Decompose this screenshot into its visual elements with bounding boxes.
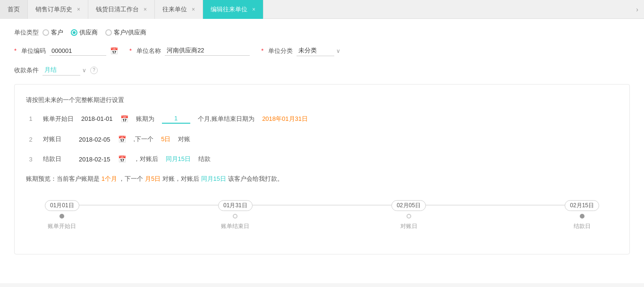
timeline-badge-4: 02月15日 [565,200,599,211]
preview-highlight2: 月5日 [145,175,161,182]
radio-label-supplier: 供应商 [79,28,98,37]
timeline-label-3: 对账日 [400,222,417,230]
timeline-point-1: 01月01日 账单开始日 [45,200,79,230]
unit-category-label: 单位分类 [268,47,293,55]
radio-both[interactable]: 客户/供应商 [105,28,146,37]
timeline-badge-2: 01月31日 [218,200,253,211]
radio-group-unit-type: 客户 供应商 客户/供应商 [42,28,146,37]
period-desc-2b: 对账 [178,135,190,144]
period-label-2: 对账日 [43,135,71,144]
period-row-2: 2 对账日 2018-02-05 📅 ,下一个 5日 对账 [26,135,618,144]
timeline-point-3: 02月05日 对账日 [391,200,426,230]
period-desc-1a: 账期为 [136,115,154,123]
period-label-1: 账单开始日 [43,115,74,123]
preview-mid2: 对账，对账后 [162,175,199,182]
period-num-3: 3 [26,156,35,163]
period-date-1: 2018-01-01 [81,115,113,122]
period-label-3: 结款日 [43,155,71,163]
calendar-icon-2[interactable]: 📅 [118,135,126,143]
timeline-label-4: 结款日 [574,222,591,230]
period-row-3: 3 结款日 2018-02-15 📅 ，对账后 同月15日 结款 [26,155,618,163]
period-highlight-2: 5日 [161,135,170,144]
unit-name-input[interactable] [165,46,250,56]
period-card: 请按照未来的一个完整帐期进行设置 1 账单开始日 2018-01-01 📅 账期… [14,84,630,254]
close-tab-sales-history[interactable]: × [77,6,80,13]
radio-customer[interactable]: 客户 [42,28,63,37]
payment-terms-label: 收款条件 [14,66,39,75]
calendar-icon-3[interactable]: 📅 [118,155,126,163]
period-desc-2a: ,下一个 [134,135,154,144]
card-instruction: 请按照未来的一个完整帐期进行设置 [26,96,618,104]
period-date-2: 2018-02-05 [79,136,110,143]
radio-circle-customer [42,29,49,36]
payment-terms-select[interactable]: 月结 ∨ [42,65,86,76]
chevron-down-icon-payment: ∨ [82,67,86,74]
copy-icon[interactable]: 📅 [110,47,118,55]
help-icon[interactable]: ? [90,67,98,74]
preview-mid1: ，下一个 [119,175,143,182]
calendar-icon-1[interactable]: 📅 [120,115,128,123]
tab-sales-history[interactable]: 销售订单历史 × [28,0,88,19]
radio-circle-supplier [71,29,77,36]
close-tab-cash-work[interactable]: × [144,6,147,13]
unit-code-input[interactable] [50,46,106,56]
period-row-1: 1 账单开始日 2018-01-01 📅 账期为 个月,账单结束日期为 2018… [26,114,618,124]
unit-code-group: * 单位编码 📅 [14,46,118,56]
unit-info-row: * 单位编码 📅 * 单位名称 * 单位分类 未分类 ∨ [14,45,630,56]
close-tab-edit-partner[interactable]: × [252,6,255,13]
timeline-dot-1 [59,214,64,219]
month-input[interactable] [162,114,190,124]
preview-prefix: 账期预览：当前客户账期是 [26,175,100,182]
tab-home[interactable]: 首页 [0,0,28,19]
radio-label-customer: 客户 [51,28,63,37]
period-num-1: 1 [26,115,35,122]
main-content: 单位类型 客户 供应商 客户/供应商 * 单位编码 [0,19,644,283]
timeline-label-2: 账单结束日 [221,222,249,230]
unit-name-label: 单位名称 [136,47,161,55]
timeline-point-4: 02月15日 结款日 [565,200,599,230]
timeline-point-2: 01月31日 账单结束日 [218,200,253,230]
period-end-date: 2018年01月31日 [262,115,308,123]
chevron-down-icon: ∨ [336,48,340,54]
timeline-dot-3 [407,214,411,219]
preview-section: 账期预览：当前客户账期是 1个月 ，下一个 月5日 对账，对账后 同月15日 该… [26,175,618,183]
unit-type-row: 单位类型 客户 供应商 客户/供应商 [14,28,630,37]
required-star-code: * [14,47,17,54]
unit-category-select[interactable]: 未分类 ∨ [297,45,340,56]
timeline-badge-1: 01月01日 [45,200,79,211]
close-tab-partners[interactable]: × [192,6,195,13]
timeline-label-1: 账单开始日 [48,222,76,230]
unit-name-group: * 单位名称 [129,46,250,56]
tab-edit-partner[interactable]: 编辑往来单位 × [203,0,263,19]
preview-highlight3: 同月15日 [201,175,226,182]
payment-terms-group: 收款条件 月结 ∨ ? [14,65,98,76]
tab-partners[interactable]: 往来单位 × [155,0,203,19]
radio-label-both: 客户/供应商 [114,28,146,37]
required-star-name: * [129,47,132,54]
timeline-points: 01月01日 账单开始日 01月31日 账单结束日 02月05日 对账日 02月… [45,200,599,230]
unit-code-label: 单位编码 [21,47,46,55]
radio-circle-both [105,29,112,36]
payment-terms-value: 月结 [42,65,80,76]
unit-category-value: 未分类 [297,45,334,56]
tab-cash-work[interactable]: 钱货日清工作台 × [88,0,155,19]
timeline-dot-2 [233,214,237,219]
period-desc-3a: ，对账后 [134,155,158,163]
period-highlight-3: 同月15日 [166,155,191,163]
timeline-dot-4 [580,214,585,219]
tab-bar: 首页 销售订单历史 × 钱货日清工作台 × 往来单位 × 编辑往来单位 × › [0,0,644,19]
unit-type-label: 单位类型 [14,28,39,37]
timeline-badge-3: 02月05日 [391,200,426,211]
unit-type-group: 单位类型 客户 供应商 客户/供应商 [14,28,146,37]
preview-suffix: 该客户会给我打款。 [228,175,283,182]
period-num-2: 2 [26,136,35,143]
period-date-3: 2018-02-15 [79,156,110,163]
radio-supplier[interactable]: 供应商 [71,28,98,37]
payment-terms-row: 收款条件 月结 ∨ ? [14,65,630,76]
tab-scroll-arrow[interactable]: › [630,0,644,19]
required-star-cat: * [261,47,263,54]
unit-category-group: * 单位分类 未分类 ∨ [261,45,340,56]
period-desc-1b: 个月,账单结束日期为 [198,115,255,123]
timeline: 01月01日 账单开始日 01月31日 账单结束日 02月05日 对账日 02月… [26,191,618,245]
preview-highlight1: 1个月 [102,175,117,182]
